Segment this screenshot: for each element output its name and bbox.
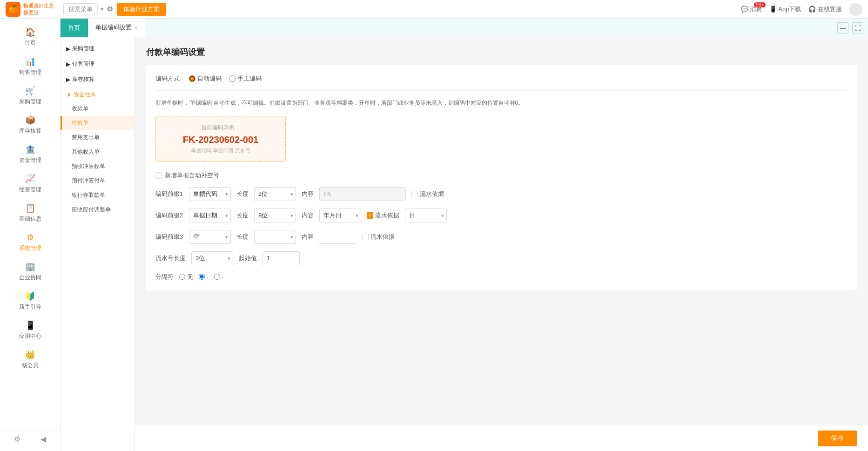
prefix1-label: 编码前缀1 xyxy=(155,190,183,198)
prefix1-watermark-checkbox[interactable] xyxy=(411,191,418,197)
serial-length-label: 流水号长度 xyxy=(155,254,186,263)
sub-item-feiyong[interactable]: 费用支出单 xyxy=(61,130,135,145)
chevron-right-icon: ▶ xyxy=(66,61,70,67)
sub-sidebar: ▶ 采购管理 ▶ 销售管理 ▶ 库存核算 xyxy=(61,37,135,451)
sep-none-label: 无 xyxy=(187,273,193,281)
top-bar: 🍊 畅通道好生意 插图版 搜索菜单 ▾ ⚙ 体验行业方案 💬 消息 99+ 📱 … xyxy=(0,0,868,19)
description-text: 新增单据时，'单据编码'自动生成，不可编辑。前缀设置为部门、业务员等档案类，开单… xyxy=(155,98,848,108)
prefix2-watermark-checkbox[interactable]: ✓ xyxy=(367,212,373,219)
sidebar-item-home[interactable]: 🏠 首页 xyxy=(0,22,60,52)
sub-item-bank[interactable]: 银行存取款单 xyxy=(61,188,135,202)
serial-row: 流水号长度 3位 4位 5位 起始值 xyxy=(155,251,848,265)
sidebar-item-system[interactable]: ⚙ 系统管理 xyxy=(0,228,60,257)
prefix3-select[interactable]: 空 单据代码 部门 xyxy=(189,230,231,244)
settings-icon[interactable]: ⚙ xyxy=(107,5,113,13)
sidebar-item-label: 销售管理 xyxy=(19,68,41,76)
sub-item-qita[interactable]: 其他收入单 xyxy=(61,145,135,159)
sidebar-item-label: 新手引导 xyxy=(19,303,41,311)
prefix1-watermark-wrap: 流水依据 xyxy=(411,190,444,198)
tab-coding-settings[interactable]: 单据编码设置 × xyxy=(88,19,145,37)
sub-group-purchase: ▶ 采购管理 xyxy=(61,42,135,55)
user-avatar[interactable] xyxy=(849,3,862,16)
maximize-btn[interactable]: ⛶ xyxy=(852,22,863,34)
save-button[interactable]: 保存 xyxy=(818,431,857,446)
sep-none-radio[interactable]: 无 xyxy=(179,273,193,281)
prefix3-watermark-wrap: 流水依据 xyxy=(362,233,395,241)
preview-label: 当前编码示例： xyxy=(167,124,274,132)
sidebar-item-sales[interactable]: 📊 销售管理 xyxy=(0,52,60,81)
sidebar-item-member[interactable]: 👑 畅会员 xyxy=(0,345,60,374)
prefix1-length-wrap: 2位 3位 4位 xyxy=(254,187,296,201)
auto-coding-radio[interactable]: 自动编码 xyxy=(189,74,222,83)
chevron-down-icon[interactable]: ▾ xyxy=(101,6,104,13)
sep-dash-radio[interactable]: · xyxy=(214,273,224,280)
finance-icon: 🏦 xyxy=(25,144,35,155)
prefix2-select[interactable]: 单据日期 单据代码 xyxy=(189,209,231,222)
sub-group-sales-title[interactable]: ▶ 销售管理 xyxy=(61,57,135,71)
search-menu-text: 搜索菜单 xyxy=(63,3,98,15)
experience-btn[interactable]: 体验行业方案 xyxy=(117,3,166,16)
sidebar-item-inventory[interactable]: 📦 库存核算 xyxy=(0,110,60,140)
chevron-right-icon: ▶ xyxy=(66,76,70,83)
sub-group-sales: ▶ 销售管理 xyxy=(61,57,135,71)
serial-length-select[interactable]: 3位 4位 5位 xyxy=(191,251,233,265)
message-icon[interactable]: 💬 消息 99+ xyxy=(741,5,762,13)
sidebar-settings-icon[interactable]: ⚙ xyxy=(14,435,20,444)
online-service[interactable]: 🎧 在线客服 xyxy=(808,5,842,13)
sub-item-shoukuan[interactable]: 收款单 xyxy=(61,101,135,116)
sales-icon: 📊 xyxy=(25,56,35,67)
sidebar-item-basic[interactable]: 📋 基础信息 xyxy=(0,198,60,228)
sidebar-item-guide[interactable]: 🔰 新手引导 xyxy=(0,286,60,316)
prefix3-select-wrap: 空 单据代码 部门 xyxy=(189,230,231,244)
manual-coding-radio[interactable]: 手工编码 xyxy=(229,74,262,83)
serial-start-label: 起始值 xyxy=(239,254,257,263)
sub-item-fukuan[interactable]: 付款单 xyxy=(61,116,135,130)
auto-fill-checkbox[interactable] xyxy=(155,172,162,179)
prefix2-length-select[interactable]: 8位 4位 6位 xyxy=(254,209,296,222)
sidebar-collapse-icon[interactable]: ◀ xyxy=(40,435,46,444)
sidebar-item-enterprise[interactable]: 🏢 企业协同 xyxy=(0,257,60,286)
sidebar-item-apps[interactable]: 📱 应用中心 xyxy=(0,316,60,345)
prefix3-content-input xyxy=(319,230,357,244)
tab-nav: 首页 单据编码设置 × — ⛶ xyxy=(61,19,868,37)
sub-item-yushou[interactable]: 预收冲应收单 xyxy=(61,159,135,174)
separator-radio-group: 无 · · xyxy=(179,273,223,281)
sidebar-item-finance[interactable]: 🏦 资金管理 xyxy=(0,140,60,169)
sub-item-yufu[interactable]: 预付冲应付单 xyxy=(61,174,135,188)
sub-group-inventory-title[interactable]: ▶ 库存核算 xyxy=(61,73,135,86)
serial-start-input[interactable] xyxy=(262,251,300,265)
sidebar-item-purchase[interactable]: 🛒 采购管理 xyxy=(0,81,60,110)
prefix2-period-select[interactable]: 日 月 年 xyxy=(405,209,447,222)
prefix2-label: 编码前缀2 xyxy=(155,211,183,220)
prefix2-content-select[interactable]: 年月日 年月 年 xyxy=(319,209,361,222)
prefix1-length-select[interactable]: 2位 3位 4位 xyxy=(254,187,296,201)
apps-icon: 📱 xyxy=(25,320,35,330)
prefix3-length-select[interactable]: 2位 xyxy=(254,230,296,244)
sidebar-item-label: 畅会员 xyxy=(22,362,39,370)
preview-desc: 单据代码-单据日期-流水号 xyxy=(167,147,274,154)
minimize-btn[interactable]: — xyxy=(837,22,848,34)
sep-dot-radio[interactable]: · xyxy=(199,273,209,280)
tab-home[interactable]: 首页 xyxy=(61,19,88,37)
prefix2-watermark-label: 流水依据 xyxy=(375,211,399,220)
sep-dash-label: · xyxy=(222,273,224,280)
form-card: 编码方式 自动编码 手工编码 xyxy=(146,65,857,290)
sub-item-adjust[interactable]: 应收应付调整单 xyxy=(61,202,135,217)
prefix3-length-label: 长度 xyxy=(236,233,249,241)
sub-group-finance-title[interactable]: ▼ 资金往来 xyxy=(61,88,135,101)
prefix3-watermark-checkbox[interactable] xyxy=(362,234,369,240)
prefix2-length-wrap: 8位 4位 6位 xyxy=(254,209,296,222)
prefix1-select-wrap: 单据代码 部门 业务员 xyxy=(189,187,231,201)
prefix1-select[interactable]: 单据代码 部门 业务员 xyxy=(189,187,231,201)
prefix1-content-input[interactable] xyxy=(319,187,406,201)
app-download[interactable]: 📱 App下载 xyxy=(769,5,801,13)
layout: 🏠 首页 📊 销售管理 🛒 采购管理 📦 库存核算 🏦 资金管理 📈 经营管理 … xyxy=(0,19,868,451)
coding-method-row: 编码方式 自动编码 手工编码 xyxy=(155,74,848,91)
sidebar-item-operation[interactable]: 📈 经营管理 xyxy=(0,169,60,198)
sub-group-purchase-title[interactable]: ▶ 采购管理 xyxy=(61,42,135,55)
brand: 🍊 畅通道好生意 插图版 xyxy=(6,2,54,17)
tab-close-icon[interactable]: × xyxy=(135,25,137,30)
main-area: 首页 单据编码设置 × — ⛶ ▶ 采购管理 xyxy=(61,19,868,451)
message-badge: 99+ xyxy=(754,2,766,7)
sidebar-item-label: 应用中心 xyxy=(19,332,41,340)
